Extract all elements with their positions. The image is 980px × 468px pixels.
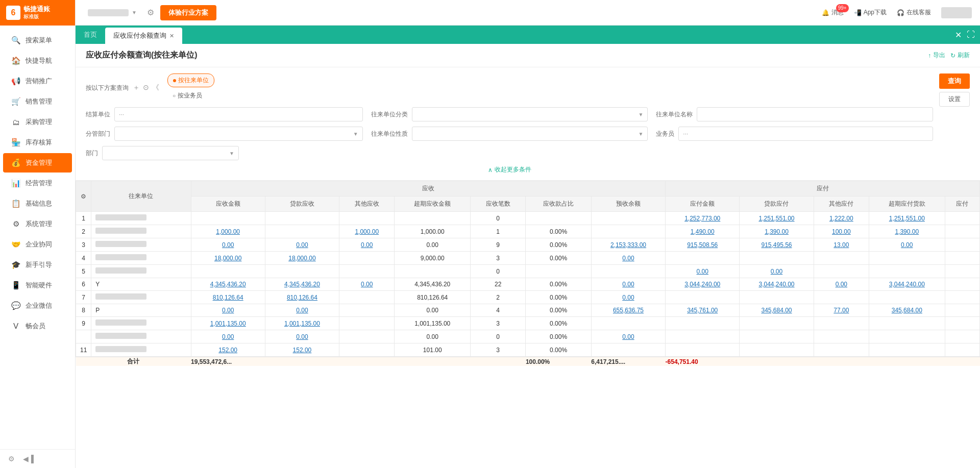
hardware-icon: 📱 bbox=[11, 281, 20, 290]
unit-name-input[interactable] bbox=[697, 107, 933, 121]
app-download-button[interactable]: 📲 App下载 bbox=[854, 8, 887, 17]
filter-field-dept: 分管部门 ▼ bbox=[86, 127, 363, 141]
department-label: 部门 bbox=[86, 149, 98, 158]
sidebar-nav: 🔍 搜索菜单 🏠 快捷导航 📢 营销推广 🛒 销售管理 🗂 采购管理 🏪 库存核… bbox=[0, 26, 75, 449]
filter-field-unit-category: 往来单位分类 ▼ bbox=[371, 107, 648, 121]
enterprise-icon: 🤝 bbox=[11, 240, 20, 249]
th-unit: 往来单位 bbox=[91, 181, 191, 212]
settings-filter-icon[interactable]: ⊙ bbox=[143, 83, 149, 92]
collapse-filter-icon[interactable]: 《 bbox=[152, 83, 159, 92]
salesman-input[interactable]: ··· bbox=[678, 127, 933, 141]
sidebar-item-system[interactable]: ⚙ 系统管理 bbox=[3, 214, 72, 234]
action-buttons: 查询 设置 bbox=[939, 73, 970, 107]
online-support-label: 在线客服 bbox=[906, 8, 931, 17]
sidebar-item-wechat[interactable]: 💬 企业微信 bbox=[3, 296, 72, 315]
sidebar-item-quicknav-label: 快捷导航 bbox=[26, 56, 52, 65]
th-overdue-ar: 超期应收金额 bbox=[395, 196, 470, 212]
filter-field-salesman: 业务员 ··· bbox=[656, 127, 933, 141]
sidebar-item-enterprise[interactable]: 🤝 企业协同 bbox=[3, 235, 72, 254]
table-footer-row: 合计 19,553,472,6... 100.00% 6,417,215....… bbox=[76, 357, 980, 366]
collapse-arrow-icon: ∧ bbox=[488, 166, 493, 174]
sidebar-settings-icon[interactable]: ⚙ bbox=[8, 455, 15, 463]
th-settings[interactable]: ⚙ bbox=[76, 181, 91, 212]
settings-icon[interactable]: ⚙ bbox=[147, 8, 154, 17]
sidebar-item-purchase[interactable]: 🗂 采购管理 bbox=[3, 112, 72, 132]
tab-home[interactable]: 首页 bbox=[76, 26, 105, 44]
sidebar-item-finance[interactable]: 💰 资金管理 bbox=[3, 153, 72, 173]
sidebar-item-operation[interactable]: 📊 经营管理 bbox=[3, 174, 72, 193]
th-ap-col: 应付 bbox=[945, 196, 979, 212]
th-ap-amount: 应付金额 bbox=[666, 196, 740, 212]
logo-icon: 6 bbox=[6, 6, 20, 20]
filter-area: 按以下方案查询 ＋ ⊙ 《 按往来单位 ○ 按业务员 bbox=[76, 67, 980, 181]
table-row: 30.000.000.000.0090.00%2,153,333.00915,5… bbox=[76, 238, 980, 252]
collapse-button[interactable]: ∧ 收起更多条件 bbox=[86, 165, 933, 174]
unit-type-input[interactable]: ▼ bbox=[412, 127, 648, 141]
sidebar-item-guide-label: 新手引导 bbox=[26, 260, 52, 269]
sidebar-item-inventory[interactable]: 🏪 库存核算 bbox=[3, 133, 72, 152]
department-dropdown-icon: ▼ bbox=[229, 151, 234, 156]
table-row: 0.000.000.0000.00%0.00 bbox=[76, 330, 980, 343]
app-selector-text bbox=[88, 9, 129, 16]
sidebar-item-sales[interactable]: 🛒 销售管理 bbox=[3, 92, 72, 111]
sidebar-collapse-icon[interactable]: ◀▐ bbox=[23, 455, 34, 463]
notifications-button[interactable]: 🔔 消息 99+ bbox=[822, 8, 844, 17]
filter-method-unit[interactable]: 按往来单位 bbox=[167, 73, 214, 87]
guide-icon: 🎓 bbox=[11, 260, 20, 269]
filter-method-unit-label: 按往来单位 bbox=[178, 76, 209, 85]
department-input[interactable]: ▼ bbox=[102, 146, 239, 160]
settlement-input[interactable]: ··· bbox=[114, 107, 363, 121]
headset-icon: 🎧 bbox=[897, 9, 904, 16]
table-container: ⚙ 往来单位 应收 应付 应收金额 贷款应收 其他应收 超期应收金额 应收笔数 … bbox=[76, 181, 980, 468]
app-selector[interactable]: ▼ bbox=[84, 7, 141, 18]
sidebar-item-hardware[interactable]: 📱 智能硬件 bbox=[3, 276, 72, 295]
th-ar-count: 应收笔数 bbox=[470, 196, 525, 212]
basic-icon: 📋 bbox=[11, 199, 20, 208]
tab-home-label: 首页 bbox=[84, 30, 97, 39]
filter-settings-button[interactable]: 设置 bbox=[939, 92, 970, 107]
refresh-icon: ↻ bbox=[950, 52, 955, 59]
tab-close-icon[interactable]: ✕ bbox=[169, 33, 174, 39]
th-loan-ar: 贷款应收 bbox=[265, 196, 339, 212]
footer-loan-ap bbox=[740, 357, 814, 366]
table-row: 6Y4,345,436.204,345,436.200.004,345,436.… bbox=[76, 278, 980, 291]
add-filter-icon[interactable]: ＋ bbox=[133, 83, 140, 92]
sidebar-item-guide[interactable]: 🎓 新手引导 bbox=[3, 255, 72, 275]
sidebar-item-search[interactable]: 🔍 搜索菜单 bbox=[3, 31, 72, 50]
sidebar-item-quicknav[interactable]: 🏠 快捷导航 bbox=[3, 51, 72, 70]
sidebar-item-marketing-label: 营销推广 bbox=[26, 77, 52, 86]
tab-ar-query[interactable]: 应收应付余额查询 ✕ bbox=[105, 28, 182, 44]
dept-input[interactable]: ▼ bbox=[114, 127, 363, 141]
sidebar-item-hardware-label: 智能硬件 bbox=[26, 281, 52, 290]
megaphone-icon: 📢 bbox=[11, 77, 20, 86]
vip-icon: Ⅴ bbox=[11, 322, 20, 331]
trial-button[interactable]: 体验行业方案 bbox=[160, 5, 216, 20]
filter-row-2: 分管部门 ▼ 往来单位性质 ▼ 业务员 bbox=[86, 127, 933, 141]
user-avatar[interactable] bbox=[941, 7, 972, 18]
unit-category-input[interactable]: ▼ bbox=[412, 107, 648, 121]
filter-row-3: 部门 ▼ bbox=[86, 146, 933, 160]
th-other-ar: 其他应收 bbox=[339, 196, 395, 212]
sidebar: 6 畅捷通账 标准版 🔍 搜索菜单 🏠 快捷导航 📢 营销推广 🛒 销售管理 🗂… bbox=[0, 0, 76, 468]
tab-expand-icon[interactable]: ⛶ bbox=[967, 30, 975, 39]
table-row: 11152.00152.00101.0030.00% bbox=[76, 343, 980, 357]
table-row: 8P0.000.000.0040.00%655,636.75345,761.00… bbox=[76, 304, 980, 317]
sidebar-item-vip[interactable]: Ⅴ 畅会员 bbox=[3, 316, 72, 336]
sidebar-item-purchase-label: 采购管理 bbox=[26, 117, 52, 127]
purchase-icon: 🗂 bbox=[11, 118, 20, 127]
refresh-button[interactable]: ↻ 刷新 bbox=[950, 51, 970, 60]
method-dot-icon bbox=[173, 79, 176, 82]
th-ar-group: 应收 bbox=[191, 181, 666, 196]
collapse-label: 收起更多条件 bbox=[495, 165, 531, 174]
online-support-button[interactable]: 🎧 在线客服 bbox=[897, 8, 931, 17]
footer-overdue-ap bbox=[869, 357, 945, 366]
tab-close-all-icon[interactable]: ✕ bbox=[955, 30, 962, 40]
sidebar-item-marketing[interactable]: 📢 营销推广 bbox=[3, 71, 72, 91]
footer-ar-amount: 19,553,472,6... bbox=[191, 357, 265, 366]
export-button[interactable]: ↑ 导出 bbox=[928, 51, 945, 60]
filter-method-salesman[interactable]: ○ 按业务员 bbox=[167, 89, 214, 102]
query-button[interactable]: 查询 bbox=[939, 73, 970, 89]
filter-field-unit-type: 往来单位性质 ▼ bbox=[371, 127, 648, 141]
sidebar-item-basic[interactable]: 📋 基础信息 bbox=[3, 194, 72, 213]
unit-name-label: 往来单位名称 bbox=[656, 110, 693, 119]
